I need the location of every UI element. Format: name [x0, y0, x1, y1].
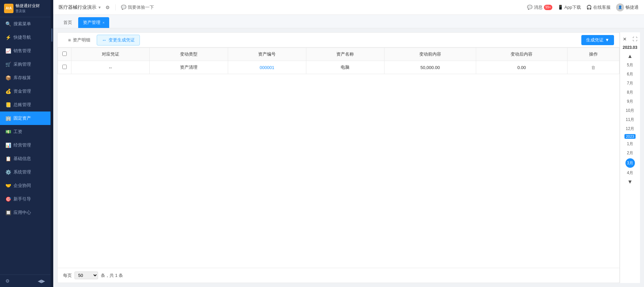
sidebar-item-fixed-asset[interactable]: 🏢 固定资产: [0, 111, 51, 125]
sidebar-nav: 🔍 搜索菜单 ⚡ 快捷导航 📈 销售管理 🛒 采购管理 📦 库存核算 💰 资金管…: [0, 17, 51, 275]
app-download-button[interactable]: 📱 App下载: [558, 4, 581, 10]
panel-month-8[interactable]: 8月: [620, 88, 640, 97]
company-label: 医疗器械行业演示: [59, 4, 96, 10]
company-name: 医疗器械行业演示 ▼: [59, 4, 101, 10]
main-area: 医疗器械行业演示 ▼ ⚙ 💬 我要体验一下 💬 消息 99+ 📱 App下载 🎧…: [53, 0, 644, 287]
generate-voucher-button[interactable]: 生成凭证 ▼: [581, 35, 614, 45]
basic-info-icon: 📋: [5, 156, 11, 161]
sidebar-item-label: 基础信息: [13, 156, 31, 162]
panel-month-4[interactable]: 4月: [620, 168, 640, 178]
panel-month-7[interactable]: 7月: [620, 79, 640, 88]
panel-month-1[interactable]: 1月: [620, 139, 640, 149]
panel-close-button[interactable]: ✕: [623, 36, 627, 42]
sidebar-item-label: 工资: [13, 129, 22, 135]
subtab-bar: ≡ 资产明细 ↔ 变更生成凭证 生成凭证 ▼: [58, 33, 619, 47]
panel-down-button[interactable]: ▼: [626, 178, 634, 186]
page-size-select[interactable]: 50 10 20 100: [74, 272, 98, 279]
panel-controls: ✕ ⛶: [620, 35, 640, 43]
tab-home[interactable]: 首页: [59, 17, 77, 28]
cell-action: 🗑: [568, 61, 619, 74]
subtab-label: 资产明细: [73, 37, 90, 43]
subtab-asset-detail[interactable]: ≡ 资产明细: [63, 35, 95, 45]
content-panel: ≡ 资产明细 ↔ 变更生成凭证 生成凭证 ▼: [57, 32, 620, 283]
sidebar-item-management[interactable]: 📊 经营管理: [0, 138, 51, 152]
sidebar-item-sales[interactable]: 📈 销售管理: [0, 44, 51, 58]
panel-month-6[interactable]: 6月: [620, 70, 640, 79]
separator: [115, 4, 116, 10]
username: 畅捷通: [625, 4, 639, 10]
dropdown-icon[interactable]: ▼: [98, 5, 101, 9]
sales-icon: 📈: [5, 48, 11, 54]
settings-icon[interactable]: ⚙: [5, 278, 10, 284]
tab-asset-management[interactable]: 资产管理 ×: [78, 17, 109, 28]
sidebar-item-ledger[interactable]: 📒 总账管理: [0, 98, 51, 111]
sidebar-item-purchase[interactable]: 🛒 采购管理: [0, 58, 51, 71]
change-icon: ↔: [102, 37, 106, 43]
panel-up-button[interactable]: ▲: [626, 52, 634, 61]
panel-month-12[interactable]: 12月: [620, 124, 640, 133]
payroll-icon: 💵: [5, 129, 11, 134]
sidebar-item-label: 经营管理: [13, 142, 31, 148]
sidebar-item-inventory[interactable]: 📦 库存核算: [0, 71, 51, 85]
sidebar-item-app-center[interactable]: 🔲 应用中心: [0, 206, 51, 219]
panel-expand-button[interactable]: ⛶: [633, 36, 637, 42]
sidebar-item-label: 应用中心: [13, 210, 31, 216]
sidebar-item-guide[interactable]: 🎯 新手引导: [0, 192, 51, 206]
sidebar-item-label: 库存核算: [13, 75, 31, 81]
col-asset-code: 资产编号: [228, 48, 306, 61]
panel-month-2[interactable]: 2月: [620, 149, 640, 158]
panel-month-11[interactable]: 11月: [620, 115, 640, 124]
row-checkbox-cell: [58, 61, 71, 74]
message-icon: 💬: [527, 5, 532, 10]
app-version: 普及版: [16, 9, 40, 13]
panel-year-badge: 2023: [624, 134, 635, 139]
sidebar-item-enterprise[interactable]: 🤝 企业协同: [0, 179, 51, 192]
panel-month-10[interactable]: 10月: [620, 106, 640, 115]
sidebar-item-payroll[interactable]: 💵 工资: [0, 125, 51, 138]
panel-month-5[interactable]: 5月: [620, 61, 640, 70]
online-service-button[interactable]: 🎧 在线客服: [586, 4, 611, 10]
panel-month-3-current[interactable]: 3月: [625, 158, 635, 168]
sidebar-item-label: 企业协同: [13, 183, 31, 189]
sidebar-item-fund[interactable]: 💰 资金管理: [0, 85, 51, 98]
messages-button[interactable]: 💬 消息 99+: [527, 4, 552, 10]
tab-close-icon[interactable]: ×: [102, 21, 104, 25]
sidebar-item-system[interactable]: ⚙️ 系统管理: [0, 165, 51, 179]
management-icon: 📊: [5, 142, 11, 148]
right-panel: ✕ ⛶ 2023.03 ▲ 5月 6月 7月 8月 9月 10月 11月 12月…: [620, 32, 640, 283]
delete-icon[interactable]: 🗑: [591, 65, 595, 70]
select-all-checkbox[interactable]: [62, 52, 67, 56]
sidebar-item-basic-info[interactable]: 📋 基础信息: [0, 152, 51, 165]
demo-label[interactable]: 💬 我要体验一下: [121, 4, 154, 10]
total-count: 条，共 1 条: [101, 273, 123, 279]
subtab-label: 变更生成凭证: [109, 37, 135, 43]
table-wrapper: 对应凭证 变动类型 资产编号 资产名称 变动前内容 变动后内容 操作: [58, 47, 619, 268]
dropdown-icon: ▼: [605, 37, 609, 42]
sidebar-item-label: 总账管理: [13, 102, 31, 108]
subtab-left: ≡ 资产明细 ↔ 变更生成凭证: [63, 35, 140, 45]
per-page-label: 每页: [63, 273, 72, 279]
topbar: 医疗器械行业演示 ▼ ⚙ 💬 我要体验一下 💬 消息 99+ 📱 App下载 🎧…: [53, 0, 644, 15]
sidebar-item-quick-nav[interactable]: ⚡ 快捷导航: [0, 31, 51, 44]
user-info[interactable]: 👤 畅捷通: [616, 3, 639, 11]
active-tab-label: 资产管理: [83, 20, 100, 26]
enterprise-icon: 🤝: [5, 183, 11, 188]
sidebar-item-search[interactable]: 🔍 搜索菜单: [0, 17, 51, 31]
panel-month-9[interactable]: 9月: [620, 97, 640, 106]
cell-asset-code[interactable]: 000001: [228, 61, 306, 74]
table-row: -- 资产清理 000001 电脑 50,000.00 0.00 🗑: [58, 61, 619, 74]
data-table: 对应凭证 变动类型 资产编号 资产名称 变动前内容 变动后内容 操作: [58, 47, 619, 74]
table-header-select: [58, 48, 71, 61]
cell-voucher: --: [71, 61, 150, 74]
settings-button[interactable]: ⚙: [105, 5, 110, 10]
app-logo-icon: AtA: [4, 4, 13, 13]
cell-before-content: 50,000.00: [385, 61, 476, 74]
collapse-icon[interactable]: ◀▶: [38, 278, 45, 284]
sidebar-item-label: 资金管理: [13, 88, 31, 94]
demo-icon: 💬: [121, 5, 126, 10]
sidebar-item-label: 快捷导航: [13, 34, 31, 40]
row-checkbox[interactable]: [62, 65, 67, 69]
cell-change-type: 资产清理: [150, 61, 228, 74]
subtab-change-voucher[interactable]: ↔ 变更生成凭证: [97, 35, 140, 45]
fixed-asset-icon: 🏢: [5, 116, 11, 121]
